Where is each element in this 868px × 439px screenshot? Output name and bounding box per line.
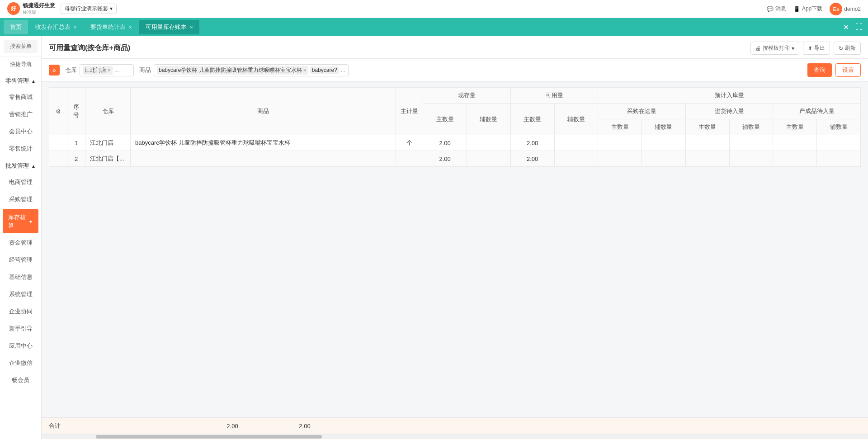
- logo-subtitle: 标准版: [23, 9, 55, 15]
- quick-nav-button[interactable]: 快捷导航: [0, 57, 41, 72]
- chevron-print-icon: ▾: [792, 45, 794, 52]
- cell-unit-2: [396, 151, 423, 167]
- product-more[interactable]: ...: [341, 67, 345, 73]
- table-wrapper: ⚙ 序号 仓库 商品 主计量 现存量 可用量 预计入库量 主数量 辅数量 主数量: [42, 82, 868, 417]
- footer-label: 合计: [49, 422, 61, 430]
- sidebar-item-retail-stats[interactable]: 零售统计: [0, 140, 41, 157]
- sidebar-group-header-inventory[interactable]: 库存核算 ▼: [3, 209, 38, 233]
- table-row: 2 江北门店【... 2.00 2.00: [49, 151, 861, 167]
- scrollbar-thumb[interactable]: [96, 435, 322, 439]
- app-download-label: App下载: [802, 5, 822, 13]
- cell-current-aux-2: [467, 151, 511, 167]
- sidebar-item-operations[interactable]: 经营管理: [0, 251, 41, 269]
- print-template-button[interactable]: 🖨 按模板打印 ▾: [750, 42, 799, 55]
- search-menu-button[interactable]: 搜索菜单: [4, 40, 38, 53]
- cell-prod-aux-1: [817, 135, 861, 151]
- sidebar-group-header-retail[interactable]: 零售管理 ▲: [0, 72, 41, 89]
- industry-label: 母婴行业演示账套: [65, 5, 108, 13]
- message-icon: 💬: [767, 6, 774, 12]
- expand-nav-icon[interactable]: ⛶: [854, 23, 864, 31]
- page-actions: 🖨 按模板打印 ▾ ⬆ 导出 ↻ 刷新: [750, 42, 861, 55]
- warehouse-label: 仓库: [65, 66, 77, 74]
- content-area: 可用量查询(按仓库+商品) 🖨 按模板打印 ▾ ⬆ 导出 ↻ 刷新 »: [42, 36, 868, 439]
- sidebar-item-ecommerce[interactable]: 电商管理: [0, 174, 41, 191]
- sidebar-item-member[interactable]: 畅会员: [0, 372, 41, 389]
- warehouse-more[interactable]: ...: [114, 67, 119, 73]
- sidebar-item-newbie[interactable]: 新手引导: [0, 320, 41, 337]
- th-incoming: 进货待入量: [685, 104, 773, 119]
- cell-avail-aux-1: [554, 135, 598, 151]
- th-production-main: 主数量: [773, 119, 817, 135]
- tab-home[interactable]: 首页: [4, 20, 28, 34]
- tab-receive-send[interactable]: 收发存汇总表 ✕: [29, 20, 83, 34]
- cell-current-aux-1: [467, 135, 511, 151]
- close-all-tabs[interactable]: ✕: [840, 23, 853, 32]
- cell-pur-aux-2: [642, 151, 686, 167]
- export-button[interactable]: ⬆ 导出: [803, 42, 830, 55]
- th-current-stock: 现存量: [423, 88, 511, 104]
- footer-current-main: 2.00: [214, 423, 250, 430]
- cell-inc-main-1: [685, 135, 729, 151]
- sidebar-item-app-center[interactable]: 应用中心: [0, 337, 41, 354]
- avatar: Ea: [830, 3, 842, 15]
- cell-unit-1: 个: [396, 135, 423, 151]
- cell-inc-main-2: [685, 151, 729, 167]
- sidebar-item-basic-info[interactable]: 基础信息: [0, 269, 41, 286]
- user-action[interactable]: Ea demo2: [830, 3, 861, 15]
- product-tag-remove[interactable]: ✕: [303, 68, 307, 73]
- message-label: 消息: [775, 5, 786, 13]
- tab-order-stats-close[interactable]: ✕: [128, 25, 132, 30]
- sidebar-item-finance[interactable]: 资金管理: [0, 234, 41, 251]
- cell-inc-aux-2: [729, 151, 773, 167]
- cell-prod-main-1: [773, 135, 817, 151]
- sidebar-item-wechat[interactable]: 企业微信: [0, 354, 41, 372]
- product-tags-input[interactable]: babycare学饮杯 儿童防摔防撞吸管杯重力球吸嘴杯宝宝水杯 ✕ babyca…: [154, 64, 349, 76]
- cell-product-1: babycare学饮杯 儿童防摔防撞吸管杯重力球吸嘴杯宝宝水杯: [131, 135, 396, 151]
- cell-current-main-1: 2.00: [423, 135, 467, 151]
- sidebar-item-marketing[interactable]: 营销推广: [0, 106, 41, 123]
- industry-selector[interactable]: 母婴行业演示账套 ▾: [61, 4, 117, 14]
- th-warehouse: 仓库: [85, 88, 131, 135]
- cell-settings-2: [49, 151, 67, 167]
- tab-receive-send-close[interactable]: ✕: [73, 25, 77, 30]
- nav-tabs: 首页 收发存汇总表 ✕ 要货单统计表 ✕ 可用量库存账本 ✕ ✕ ⛶: [0, 18, 868, 36]
- product-filter: 商品 babycare学饮杯 儿童防摔防撞吸管杯重力球吸嘴杯宝宝水杯 ✕ bab…: [139, 64, 349, 76]
- warehouse-tags-input[interactable]: 江北门店 ✕ ...: [80, 64, 134, 76]
- horizontal-scrollbar[interactable]: [42, 434, 868, 439]
- table-footer: 合计 2.00 2.00: [42, 417, 868, 434]
- sidebar-item-purchase[interactable]: 采购管理: [0, 191, 41, 208]
- sidebar-item-system[interactable]: 系统管理: [0, 286, 41, 303]
- cell-prod-main-2: [773, 151, 817, 167]
- product-label: 商品: [139, 66, 151, 74]
- tab-available-stock[interactable]: 可用量库存账本 ✕: [139, 20, 199, 34]
- refresh-button[interactable]: ↻ 刷新: [834, 42, 861, 55]
- th-incoming-aux: 辅数量: [729, 119, 773, 135]
- sidebar-group-header-wholesale[interactable]: 批发管理 ▲: [0, 157, 41, 174]
- table-row: 1 江北门店 babycare学饮杯 儿童防摔防撞吸管杯重力球吸嘴杯宝宝水杯 个…: [49, 135, 861, 151]
- cell-warehouse-1: 江北门店: [85, 135, 131, 151]
- filter-toggle-button[interactable]: »: [49, 65, 60, 76]
- export-icon: ⬆: [808, 45, 812, 52]
- sidebar-item-enterprise[interactable]: 企业协同: [0, 303, 41, 320]
- tab-order-stats-label: 要货单统计表: [90, 23, 126, 31]
- tab-order-stats[interactable]: 要货单统计表 ✕: [84, 20, 138, 34]
- message-action[interactable]: 💬 消息: [767, 5, 786, 13]
- tab-available-stock-label: 可用量库存账本: [146, 23, 187, 31]
- sidebar-group-inventory: 库存核算 ▼: [0, 208, 41, 234]
- filter-bar: » 仓库 江北门店 ✕ ... 商品 babycare学饮杯 儿童防摔防撞吸管杯…: [42, 59, 868, 82]
- tab-available-stock-close[interactable]: ✕: [189, 25, 193, 30]
- sidebar-item-retail-store[interactable]: 零售商城: [0, 89, 41, 106]
- username-label: demo2: [844, 6, 861, 12]
- th-settings[interactable]: ⚙: [49, 88, 67, 135]
- table-header-group: ⚙ 序号 仓库 商品 主计量 现存量 可用量 预计入库量: [49, 88, 861, 104]
- print-icon: 🖨: [755, 45, 761, 52]
- sidebar-group-label-retail: 零售管理: [5, 77, 29, 85]
- sidebar-item-members[interactable]: 会员中心: [0, 123, 41, 140]
- warehouse-tag-remove[interactable]: ✕: [107, 68, 111, 73]
- cell-seq-2: 2: [67, 151, 85, 167]
- settings-button[interactable]: 设置: [835, 63, 861, 77]
- app-download-action[interactable]: 📱 App下载: [793, 5, 822, 13]
- logo-text-block: 畅捷通好生意 标准版: [23, 2, 55, 15]
- tab-receive-send-label: 收发存汇总表: [35, 23, 71, 31]
- query-button[interactable]: 查询: [807, 63, 832, 77]
